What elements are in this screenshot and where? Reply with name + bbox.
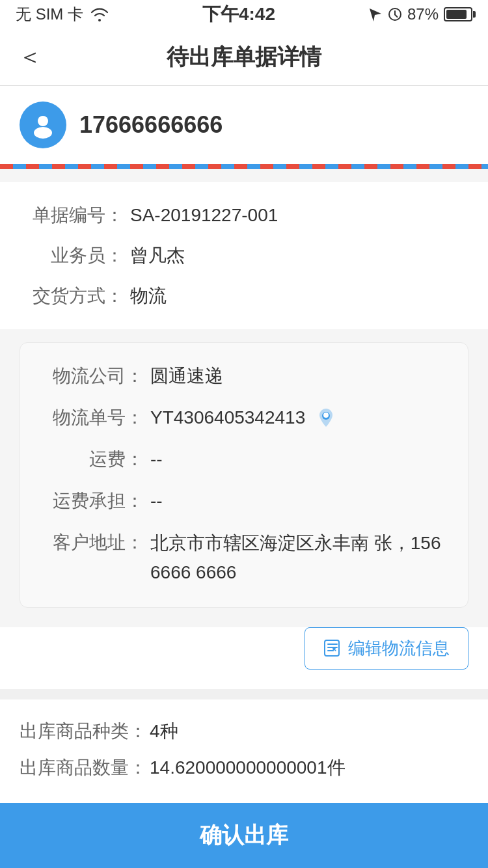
edit-logistics-button[interactable]: 编辑物流信息 (305, 627, 468, 670)
battery-percent: 87% (407, 5, 439, 23)
status-bar-time: 下午4:42 (202, 2, 275, 27)
freight-bearer-value: -- (150, 487, 163, 515)
edit-btn-label: 编辑物流信息 (348, 637, 450, 660)
freight-bearer-label: 运费承担： (40, 487, 144, 515)
freight-row: 运费： -- (40, 446, 448, 473)
user-section: 17666666666 (0, 86, 488, 164)
battery-icon (444, 7, 472, 21)
section-divider (0, 689, 488, 699)
goods-quantity-label: 出库商品数量： (20, 755, 150, 780)
order-number-row: 单据编号： SA-20191227-001 (20, 202, 468, 229)
order-info-section: 单据编号： SA-20191227-001 业务员： 曾凡杰 交货方式： 物流 (0, 182, 488, 329)
edit-icon (323, 639, 342, 657)
tracking-label: 物流单号： (40, 404, 144, 431)
location-arrow-icon (368, 7, 383, 21)
address-label: 客户地址： (40, 529, 144, 556)
edit-btn-row: 编辑物流信息 (0, 627, 488, 689)
address-value: 北京市市辖区海淀区永丰南 张，156 6666 6666 (150, 529, 448, 588)
tracking-value: YT43064053424​13 (150, 404, 338, 431)
logistics-card: 物流公司： 圆通速递 物流单号： YT43064053424​13 运费： --… (20, 342, 468, 608)
salesman-value: 曾凡杰 (130, 242, 185, 269)
status-bar: 无 SIM 卡 下午4:42 87% (0, 0, 488, 29)
user-avatar-icon (29, 111, 57, 139)
tracking-number-row: 物流单号： YT43064053424​13 (40, 404, 448, 431)
goods-section: 出库商品种类： 4种 出库商品数量： 14.620000000000001件 (0, 699, 488, 800)
status-bar-left: 无 SIM 卡 (16, 4, 109, 25)
clock-icon (388, 7, 402, 21)
goods-types-label: 出库商品种类： (20, 719, 150, 744)
freight-label: 运费： (40, 446, 144, 473)
dashed-divider (0, 164, 488, 169)
delivery-method-label: 交货方式： (20, 282, 124, 310)
page-title: 待出库单据详情 (167, 42, 321, 72)
goods-types-value: 4种 (150, 719, 178, 744)
delivery-method-value: 物流 (130, 282, 167, 310)
confirm-btn-label: 确认出库 (200, 821, 288, 850)
svg-point-1 (38, 116, 48, 126)
goods-quantity-value: 14.620000000000001件 (150, 755, 346, 780)
user-phone: 17666666666 (79, 111, 223, 139)
svg-point-2 (34, 127, 52, 139)
order-number-label: 单据编号： (20, 202, 124, 229)
salesman-label: 业务员： (20, 242, 124, 269)
wifi-icon (90, 7, 109, 21)
tracking-location-icon[interactable] (314, 406, 338, 429)
status-bar-right: 87% (368, 5, 472, 23)
carrier-text: 无 SIM 卡 (16, 4, 83, 25)
logistics-company-value: 圆通速递 (150, 362, 223, 390)
salesman-row: 业务员： 曾凡杰 (20, 242, 468, 269)
freight-value: -- (150, 446, 163, 473)
order-number-value: SA-20191227-001 (130, 202, 278, 229)
avatar (20, 102, 66, 148)
logistics-company-row: 物流公司： 圆通速递 (40, 362, 448, 390)
address-row: 客户地址： 北京市市辖区海淀区永丰南 张，156 6666 6666 (40, 529, 448, 588)
svg-point-4 (323, 413, 329, 418)
goods-quantity-row: 出库商品数量： 14.620000000000001件 (20, 755, 468, 780)
confirm-button[interactable]: 确认出库 (0, 803, 488, 868)
nav-bar: ＜ 待出库单据详情 (0, 29, 488, 86)
freight-bearer-row: 运费承担： -- (40, 487, 448, 515)
goods-types-row: 出库商品种类： 4种 (20, 719, 468, 744)
logistics-company-label: 物流公司： (40, 362, 144, 390)
delivery-method-row: 交货方式： 物流 (20, 282, 468, 310)
back-button[interactable]: ＜ (18, 41, 42, 73)
